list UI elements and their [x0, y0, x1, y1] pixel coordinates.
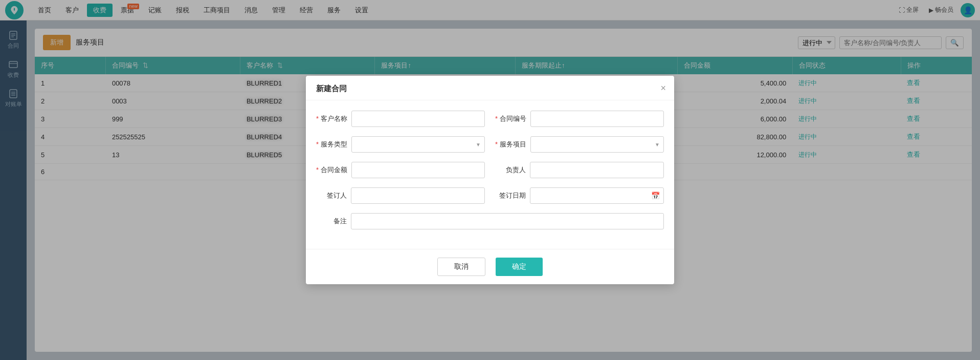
- service-item-label: 服务项目: [495, 140, 526, 149]
- modal-close-button[interactable]: ×: [660, 83, 666, 94]
- amount-label: 合同金额: [316, 165, 347, 175]
- form-group-service-item: 服务项目 ▼: [495, 136, 664, 153]
- form-row-2: 服务类型 ▼ 服务项目 ▼: [316, 136, 664, 153]
- form-group-amount: 合同金额 0.00: [316, 162, 485, 178]
- form-row-3: 合同金额 0.00 负责人: [316, 162, 664, 178]
- confirm-button[interactable]: 确定: [496, 258, 543, 276]
- sign-date-wrapper: 2023-06-06 📅: [530, 187, 664, 204]
- cancel-button[interactable]: 取消: [437, 258, 485, 276]
- modal-footer: 取消 确定: [306, 249, 674, 284]
- modal-body: 客户名称 合同编号 服务类型 ▼: [306, 100, 674, 249]
- form-group-responsible: 负责人: [495, 162, 664, 178]
- service-item-wrapper: ▼: [530, 136, 664, 153]
- responsible-input[interactable]: [530, 162, 664, 178]
- sign-date-input[interactable]: 2023-06-06: [530, 187, 664, 204]
- form-group-service-type: 服务类型 ▼: [316, 136, 485, 153]
- contract-no-input[interactable]: [530, 111, 664, 127]
- form-group-sign-date: 签订日期 2023-06-06 📅: [495, 187, 664, 204]
- form-group-customer: 客户名称: [316, 111, 485, 127]
- amount-input[interactable]: 0.00: [351, 162, 485, 178]
- responsible-label: 负责人: [495, 165, 526, 175]
- contract-no-label: 合同编号: [495, 114, 526, 123]
- signer-input[interactable]: [351, 187, 485, 204]
- modal-overlay[interactable]: 新建合同 × 客户名称 合同编号 服务类型: [0, 0, 980, 360]
- form-group-remark: 备注: [316, 213, 664, 229]
- modal-header: 新建合同 ×: [306, 76, 674, 100]
- modal-title: 新建合同: [316, 84, 347, 93]
- form-group-contract-no: 合同编号: [495, 111, 664, 127]
- form-row-5: 备注: [316, 213, 664, 229]
- customer-name-input[interactable]: [351, 111, 485, 127]
- form-row-1: 客户名称 合同编号: [316, 111, 664, 127]
- remark-label: 备注: [316, 217, 347, 226]
- form-row-4: 签订人 签订日期 2023-06-06 📅: [316, 187, 664, 204]
- modal-new-contract: 新建合同 × 客户名称 合同编号 服务类型: [306, 76, 674, 284]
- service-type-label: 服务类型: [316, 140, 347, 149]
- calendar-icon[interactable]: 📅: [651, 192, 660, 200]
- sign-date-label: 签订日期: [495, 191, 526, 200]
- remark-input[interactable]: [351, 213, 664, 229]
- service-type-select[interactable]: [351, 136, 485, 153]
- customer-name-label: 客户名称: [316, 114, 347, 123]
- form-group-signer: 签订人: [316, 187, 485, 204]
- signer-label: 签订人: [316, 191, 347, 200]
- service-type-wrapper: ▼: [351, 136, 485, 153]
- service-item-select[interactable]: [530, 136, 664, 153]
